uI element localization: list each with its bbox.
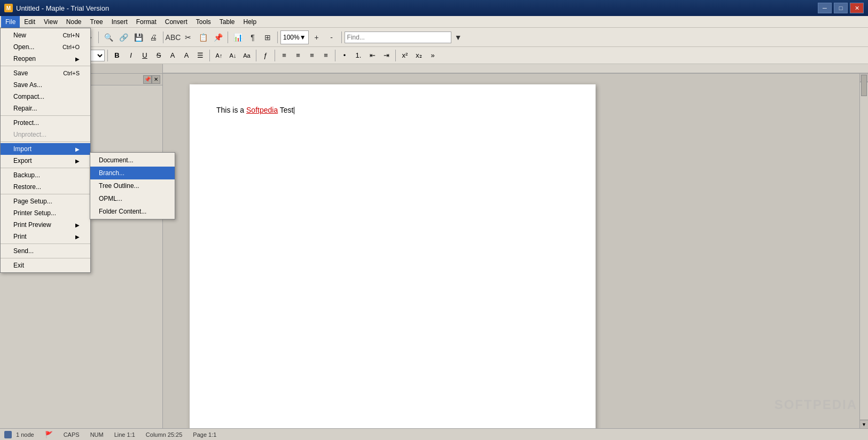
sep9: [256, 50, 256, 61]
toolbar-zoom-out-btn[interactable]: -: [325, 30, 339, 44]
scrollbar-right[interactable]: ▲ ▼: [859, 74, 868, 428]
more-btn[interactable]: »: [426, 49, 439, 62]
text-after-softpedia: Test: [278, 106, 293, 114]
menu-open[interactable]: Open... Ctrl+O: [1, 41, 90, 53]
node-count: 1 node: [16, 431, 34, 438]
toolbar-cut-btn[interactable]: ✂: [181, 30, 195, 44]
title-bar-controls: ─ □ ✕: [818, 3, 864, 13]
menu-view[interactable]: View: [40, 16, 62, 28]
subscript-btn[interactable]: x₂: [412, 49, 425, 62]
bold-btn[interactable]: B: [111, 49, 123, 62]
align-right-btn[interactable]: ≡: [306, 49, 318, 62]
format-toolbar: 11 B I U S A A ☰ A↑ A↓ Aa ƒ ≡ ≡ ≡ ≡ • 1.…: [0, 47, 868, 64]
close-button[interactable]: ✕: [850, 3, 864, 13]
maximize-button[interactable]: □: [834, 3, 848, 13]
minimize-button[interactable]: ─: [818, 3, 832, 13]
menu-page-setup[interactable]: Page Setup...: [1, 195, 90, 207]
find-input[interactable]: [345, 32, 451, 43]
menu-tools[interactable]: Tools: [192, 16, 215, 28]
bullet-list-btn[interactable]: •: [338, 49, 351, 62]
menu-export[interactable]: Export ▶: [1, 155, 90, 167]
numbered-list-btn[interactable]: 1.: [352, 49, 365, 62]
menu-convert[interactable]: Convert: [161, 16, 192, 28]
menu-save[interactable]: Save Ctrl+S: [1, 67, 90, 79]
menu-compact[interactable]: Compact...: [1, 91, 90, 103]
toolbar-print-btn[interactable]: 🖨: [146, 30, 160, 44]
sep12: [395, 50, 396, 61]
toolbar-paste-btn[interactable]: 📌: [211, 30, 225, 44]
menu-format[interactable]: Format: [132, 16, 161, 28]
toolbar-save-btn[interactable]: 💾: [131, 30, 145, 44]
menu-save-as[interactable]: Save As...: [1, 79, 90, 91]
menu-tree[interactable]: Tree: [86, 16, 107, 28]
italic-btn[interactable]: I: [124, 49, 137, 62]
find-options-btn[interactable]: ▼: [451, 30, 465, 44]
case-btn[interactable]: Aa: [240, 49, 253, 62]
import-branch[interactable]: Branch...: [90, 167, 175, 179]
toolbar-spell-btn[interactable]: ABC: [166, 30, 180, 44]
menu-exit[interactable]: Exit: [1, 260, 90, 271]
softpedia-watermark: SOFTPEDIA: [775, 397, 857, 412]
indent-btn[interactable]: ⇥: [380, 49, 393, 62]
style-btn[interactable]: ☰: [194, 49, 207, 62]
menu-reopen[interactable]: Reopen ▶: [1, 53, 90, 65]
font-shrink-btn[interactable]: A↓: [226, 49, 239, 62]
zoom-dropdown[interactable]: 100% ▼: [280, 30, 309, 44]
menu-print[interactable]: Print ▶: [1, 231, 90, 242]
menu-restore[interactable]: Restore...: [1, 181, 90, 193]
panel-close-btn[interactable]: ✕: [152, 75, 160, 84]
import-opml[interactable]: OPML...: [90, 192, 175, 205]
menu-printer-setup[interactable]: Printer Setup...: [1, 207, 90, 219]
import-tree-outline[interactable]: Tree Outline...: [90, 179, 175, 192]
menu-print-preview[interactable]: Print Preview ▶: [1, 219, 90, 231]
menu-edit[interactable]: Edit: [20, 16, 40, 28]
import-submenu-dropdown: Document... Branch... Tree Outline... OP…: [90, 152, 175, 219]
sep11: [335, 50, 335, 61]
sep5: [277, 32, 278, 43]
editor-area[interactable]: ▲ ▼ This is a Softpedia Test SOFTPEDIA: [163, 74, 868, 428]
toolbar-zoom-in-btn[interactable]: +: [310, 30, 324, 44]
toolbar-view-btn[interactable]: 📊: [231, 30, 245, 44]
import-document[interactable]: Document...: [90, 154, 175, 167]
align-left-btn[interactable]: ≡: [278, 49, 291, 62]
menu-file[interactable]: File: [1, 16, 20, 28]
strikethrough-btn[interactable]: S: [152, 49, 165, 62]
scroll-down-btn[interactable]: ▼: [860, 420, 868, 428]
page-content[interactable]: This is a Softpedia Test: [190, 84, 596, 136]
superscript-btn[interactable]: x²: [398, 49, 411, 62]
menu-import[interactable]: Import ▶: [1, 143, 90, 155]
flag-icon: 🚩: [45, 431, 53, 438]
toolbar-search-btn[interactable]: 🔍: [101, 30, 115, 44]
align-justify-btn[interactable]: ≡: [319, 49, 332, 62]
toolbar-copy-btn[interactable]: 📋: [196, 30, 210, 44]
text-softpedia: Softpedia: [246, 106, 278, 114]
menu-help[interactable]: Help: [239, 16, 261, 28]
scrollbar-thumb[interactable]: [861, 75, 867, 96]
menu-unprotect[interactable]: Unprotect...: [1, 129, 90, 140]
outdent-btn[interactable]: ⇤: [366, 49, 379, 62]
menu-send[interactable]: Send...: [1, 245, 90, 257]
sep-f: [1, 243, 90, 244]
menu-insert[interactable]: Insert: [107, 16, 132, 28]
toolbar-paragraph-btn[interactable]: ¶: [246, 30, 260, 44]
import-folder-content[interactable]: Folder Content...: [90, 205, 175, 218]
menu-backup[interactable]: Backup...: [1, 169, 90, 181]
panel-pin-btn[interactable]: 📌: [143, 75, 152, 84]
toolbar: 📄 ➕ 📋 ✂ ↩ ↪ 🔍 🔗 💾 🖨 ABC ✂ 📋 📌 📊 ¶ ⊞ 100%…: [0, 28, 868, 47]
highlight-color-btn[interactable]: A: [166, 49, 179, 62]
font-color-btn[interactable]: A: [180, 49, 193, 62]
underline-btn[interactable]: U: [138, 49, 151, 62]
title-bar-left: M Untitled - Maple - Trial Version: [4, 4, 109, 12]
menu-new[interactable]: New Ctrl+N: [1, 29, 90, 41]
text-before-softpedia: This is a: [216, 106, 246, 114]
menu-protect[interactable]: Protect...: [1, 117, 90, 129]
formula-btn[interactable]: ƒ: [259, 49, 272, 62]
align-center-btn[interactable]: ≡: [292, 49, 304, 62]
sep3: [163, 32, 163, 43]
toolbar-link-btn[interactable]: 🔗: [116, 30, 130, 44]
font-grow-btn[interactable]: A↑: [213, 49, 225, 62]
toolbar-table-btn[interactable]: ⊞: [261, 30, 275, 44]
menu-table[interactable]: Table: [215, 16, 239, 28]
menu-node[interactable]: Node: [62, 16, 86, 28]
menu-repair[interactable]: Repair...: [1, 103, 90, 114]
